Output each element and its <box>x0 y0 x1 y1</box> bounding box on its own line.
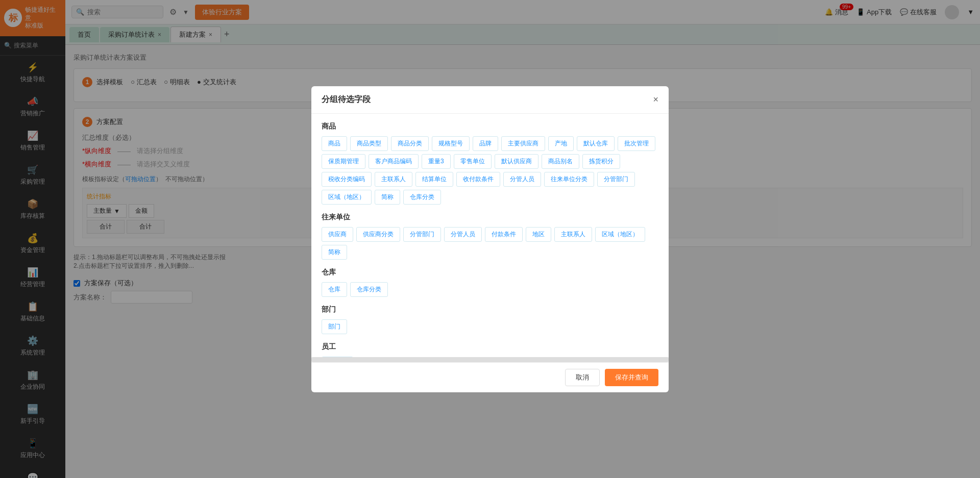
field-tag-商品分类[interactable]: 商品分类 <box>391 136 429 151</box>
field-tags-department: 部门 <box>322 319 658 334</box>
field-tag-主要供应商[interactable]: 主要供应商 <box>501 136 545 151</box>
field-group-title-warehouse: 仓库 <box>322 268 658 277</box>
field-group-goods: 商品商品商品类型商品分类规格型号品牌主要供应商产地默认仓库批次管理保质期管理客户… <box>322 122 658 205</box>
field-tag-主联系人[interactable]: 主联系人 <box>375 172 412 187</box>
field-tag-付款条件[interactable]: 付款条件 <box>485 227 523 242</box>
field-tags-counterpart: 供应商供应商分类分管部门分管人员付款条件地区主联系人区域（地区）简称 <box>322 227 658 260</box>
field-tag-批次管理[interactable]: 批次管理 <box>618 136 655 151</box>
field-tag-保质期管理[interactable]: 保质期管理 <box>322 154 365 169</box>
field-tag-主联系人[interactable]: 主联系人 <box>554 227 592 242</box>
field-tag-默认供应商[interactable]: 默认供应商 <box>495 154 538 169</box>
field-tag-简称[interactable]: 简称 <box>375 190 400 205</box>
field-group-warehouse: 仓库仓库仓库分类 <box>322 268 658 297</box>
field-tag-地区[interactable]: 地区 <box>526 227 551 242</box>
field-tag-商品别名[interactable]: 商品别名 <box>542 154 579 169</box>
field-tag-结算单位[interactable]: 结算单位 <box>415 172 453 187</box>
confirm-button[interactable]: 保存并查询 <box>605 369 658 386</box>
field-tag-默认仓库[interactable]: 默认仓库 <box>577 136 615 151</box>
field-tag-拣货积分[interactable]: 拣货积分 <box>582 154 620 169</box>
field-group-title-staff: 员工 <box>322 342 658 351</box>
field-tag-供应商[interactable]: 供应商 <box>322 227 353 242</box>
field-tag-仓库[interactable]: 仓库 <box>322 282 347 297</box>
modal-close-button[interactable]: × <box>653 94 658 105</box>
field-tag-规格型号[interactable]: 规格型号 <box>432 136 470 151</box>
modal-horizontal-scrollbar[interactable] <box>311 357 669 362</box>
field-tag-简称[interactable]: 简称 <box>322 245 347 260</box>
field-tag-零售单位[interactable]: 零售单位 <box>454 154 492 169</box>
modal-footer: 取消 保存并查询 <box>311 362 669 392</box>
field-tag-分管人员[interactable]: 分管人员 <box>444 227 482 242</box>
field-tag-仓库分类[interactable]: 仓库分类 <box>403 190 441 205</box>
field-tag-产地[interactable]: 产地 <box>548 136 574 151</box>
field-tag-商品[interactable]: 商品 <box>322 136 347 151</box>
field-tag-商品类型[interactable]: 商品类型 <box>350 136 388 151</box>
field-group-title-counterpart: 往来单位 <box>322 213 658 222</box>
field-tag-税收分类编码[interactable]: 税收分类编码 <box>322 172 372 187</box>
modal-body: 商品商品商品类型商品分类规格型号品牌主要供应商产地默认仓库批次管理保质期管理客户… <box>311 114 669 358</box>
modal-title: 分组待选字段 <box>322 94 371 105</box>
field-tag-收付款条件[interactable]: 收付款条件 <box>456 172 500 187</box>
field-tag-往来单位分类[interactable]: 往来单位分类 <box>544 172 594 187</box>
field-tag-仓库分类[interactable]: 仓库分类 <box>350 282 388 297</box>
field-group-title-goods: 商品 <box>322 122 658 131</box>
modal-overlay: 分组待选字段 × 商品商品商品类型商品分类规格型号品牌主要供应商产地默认仓库批次… <box>0 0 980 478</box>
field-tags-warehouse: 仓库仓库分类 <box>322 282 658 297</box>
field-tag-分管人员[interactable]: 分管人员 <box>503 172 541 187</box>
field-tag-区域（地区）[interactable]: 区域（地区） <box>322 190 372 205</box>
field-tag-区域（地区）[interactable]: 区域（地区） <box>595 227 645 242</box>
field-tag-供应商分类[interactable]: 供应商分类 <box>356 227 400 242</box>
field-group-counterpart: 往来单位供应商供应商分类分管部门分管人员付款条件地区主联系人区域（地区）简称 <box>322 213 658 260</box>
modal-header: 分组待选字段 × <box>311 86 669 114</box>
field-group-department: 部门部门 <box>322 305 658 334</box>
cancel-button[interactable]: 取消 <box>565 369 600 386</box>
field-tag-重量3[interactable]: 重量3 <box>422 154 451 169</box>
field-tags-goods: 商品商品类型商品分类规格型号品牌主要供应商产地默认仓库批次管理保质期管理客户商品… <box>322 136 658 205</box>
field-tag-分管部门[interactable]: 分管部门 <box>403 227 441 242</box>
scrollbar-thumb <box>311 357 669 362</box>
field-tag-品牌[interactable]: 品牌 <box>473 136 498 151</box>
modal: 分组待选字段 × 商品商品商品类型商品分类规格型号品牌主要供应商产地默认仓库批次… <box>311 86 669 392</box>
field-group-title-department: 部门 <box>322 305 658 314</box>
field-tag-分管部门[interactable]: 分管部门 <box>597 172 635 187</box>
field-tag-客户商品编码[interactable]: 客户商品编码 <box>369 154 419 169</box>
field-group-staff: 员工业务员 <box>322 342 658 358</box>
field-tag-部门[interactable]: 部门 <box>322 319 347 334</box>
